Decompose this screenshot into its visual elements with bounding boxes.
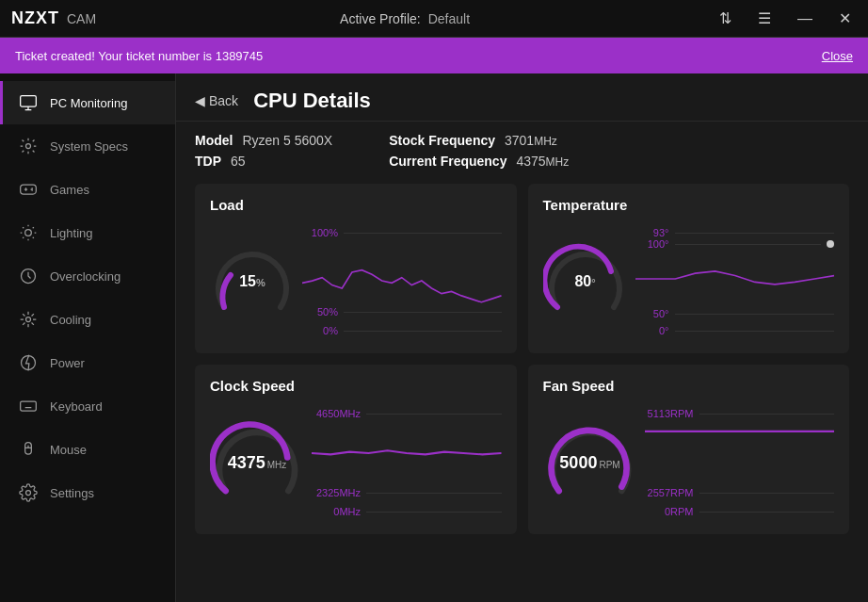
sidebar-item-settings[interactable]: Settings bbox=[0, 471, 175, 514]
load-chart: 100% 50% bbox=[302, 225, 502, 338]
current-freq-label: Current Frequency bbox=[389, 154, 506, 169]
sidebar-item-pc-monitoring[interactable]: PC Monitoring bbox=[0, 81, 175, 124]
sidebar: PC Monitoring System Specs Games bbox=[0, 73, 176, 602]
back-label: Back bbox=[209, 93, 238, 108]
model-label: Model bbox=[195, 133, 233, 148]
title-bar-controls: ⇅ ☰ — ✕ bbox=[714, 6, 857, 31]
swap-button[interactable]: ⇅ bbox=[714, 6, 737, 31]
load-pct-0: 0% bbox=[302, 325, 338, 336]
model-value: Ryzen 5 5600X bbox=[242, 133, 332, 148]
sidebar-item-keyboard[interactable]: Keyboard bbox=[0, 384, 175, 428]
menu-button[interactable]: ☰ bbox=[752, 6, 777, 31]
tdp-value: 65 bbox=[231, 154, 246, 169]
temp-100: 100° bbox=[635, 238, 669, 250]
fan-label-0: 0RPM bbox=[645, 506, 835, 517]
sidebar-item-mouse[interactable]: Mouse bbox=[0, 428, 175, 471]
clock-0: 0MHz bbox=[312, 506, 361, 517]
sidebar-item-lighting[interactable]: Lighting bbox=[0, 211, 175, 254]
sidebar-label-pc-monitoring: PC Monitoring bbox=[50, 96, 127, 110]
stock-freq-label: Stock Frequency bbox=[389, 133, 495, 148]
sidebar-item-overclocking[interactable]: Overclocking bbox=[0, 254, 175, 298]
overclocking-icon bbox=[18, 266, 39, 286]
fan-label-2557: 2557RPM bbox=[645, 487, 835, 498]
temp-dot-indicator bbox=[827, 240, 834, 248]
current-freq-value: 4375MHz bbox=[516, 154, 569, 169]
sidebar-label-settings: Settings bbox=[50, 486, 94, 500]
fan-label-5113: 5113RPM bbox=[645, 408, 835, 419]
current-freq-info: Current Frequency 4375MHz bbox=[389, 154, 569, 169]
fan-2557: 2557RPM bbox=[645, 487, 694, 498]
cam-label: CAM bbox=[67, 11, 96, 26]
temp-value: 80° bbox=[574, 273, 595, 290]
load-card: Load 15% bbox=[195, 184, 517, 353]
clock-chart-svg-area bbox=[312, 421, 502, 485]
content-area: ◀ Back CPU Details Model Ryzen 5 5600X T… bbox=[176, 73, 868, 602]
temp-card-title: Temperature bbox=[543, 197, 835, 213]
notification-close-button[interactable]: Close bbox=[822, 49, 853, 63]
fan-speed-card: Fan Speed 5000RPM 51 bbox=[528, 365, 850, 534]
svg-rect-2 bbox=[21, 185, 37, 194]
sidebar-label-system-specs: System Specs bbox=[50, 139, 128, 154]
cards-grid: Load 15% bbox=[176, 176, 868, 542]
sidebar-item-games[interactable]: Games bbox=[0, 168, 175, 211]
back-chevron: ◀ bbox=[195, 93, 205, 108]
clock-gauge-area: 4375MHz 4650MHz bbox=[210, 401, 502, 524]
notification-bar: Ticket created! Your ticket number is 13… bbox=[0, 38, 868, 73]
info-group-right: Stock Frequency 3701MHz Current Frequenc… bbox=[389, 133, 569, 169]
temp-label-0: 0° bbox=[635, 325, 835, 336]
sidebar-item-system-specs[interactable]: System Specs bbox=[0, 124, 175, 168]
clock-4650: 4650MHz bbox=[312, 408, 361, 419]
sidebar-item-cooling[interactable]: Cooling bbox=[0, 298, 175, 341]
fan-chart: 5113RPM 2557RPM bbox=[645, 406, 835, 519]
clock-value: 4375MHz bbox=[228, 453, 287, 473]
clock-label-2325: 2325MHz bbox=[312, 487, 502, 498]
fan-gauge: 5000RPM bbox=[543, 415, 637, 510]
back-button[interactable]: ◀ Back bbox=[195, 93, 238, 108]
svg-point-9 bbox=[26, 491, 31, 496]
temp-chart-svg-area bbox=[635, 252, 835, 306]
temp-chart: 93° 100° bbox=[635, 225, 835, 338]
clock-card-title: Clock Speed bbox=[210, 378, 502, 394]
power-icon bbox=[18, 352, 39, 373]
cooling-icon bbox=[18, 309, 39, 330]
close-button[interactable]: ✕ bbox=[833, 6, 857, 31]
load-gauge: 15% bbox=[210, 239, 295, 324]
sidebar-label-overclocking: Overclocking bbox=[50, 269, 121, 284]
fan-card-title: Fan Speed bbox=[543, 378, 835, 394]
load-label-0: 0% bbox=[302, 325, 502, 336]
temp-label-100: 100° bbox=[635, 238, 835, 250]
stock-freq-info: Stock Frequency 3701MHz bbox=[389, 133, 569, 148]
load-chart-svg-area bbox=[302, 240, 502, 304]
temp-0: 0° bbox=[635, 325, 669, 336]
minimize-button[interactable]: — bbox=[792, 7, 818, 31]
active-profile-label: Active Profile: bbox=[340, 11, 421, 26]
sidebar-item-power[interactable]: Power bbox=[0, 341, 175, 384]
svg-point-5 bbox=[26, 317, 31, 322]
temp-gauge: 80° bbox=[543, 239, 628, 324]
model-info: Model Ryzen 5 5600X bbox=[195, 133, 332, 148]
games-icon bbox=[18, 179, 39, 200]
notification-text: Ticket created! Your ticket number is 13… bbox=[15, 49, 263, 63]
temperature-card: Temperature 80° 93° bbox=[528, 184, 850, 353]
fan-gauge-area: 5000RPM 5113RPM bbox=[543, 401, 835, 524]
load-pct-100: 100% bbox=[302, 227, 338, 238]
info-row: Model Ryzen 5 5600X TDP 65 Stock Frequen… bbox=[176, 122, 868, 176]
load-card-title: Load bbox=[210, 197, 502, 213]
clock-chart: 4650MHz 2325MHz bbox=[312, 406, 502, 519]
fan-0: 0RPM bbox=[645, 506, 694, 517]
keyboard-icon bbox=[18, 396, 39, 416]
fan-5113: 5113RPM bbox=[645, 408, 694, 419]
active-profile-value: Default bbox=[428, 11, 470, 26]
load-pct-50: 50% bbox=[302, 306, 338, 317]
nzxt-logo: NZXT bbox=[11, 8, 59, 28]
load-gauge-area: 15% 100% 5 bbox=[210, 220, 502, 343]
page-title: CPU Details bbox=[253, 89, 371, 113]
clock-gauge: 4375MHz bbox=[210, 415, 304, 510]
fan-chart-svg-area bbox=[645, 421, 835, 485]
stock-freq-value: 3701MHz bbox=[505, 133, 557, 148]
settings-icon bbox=[18, 482, 39, 503]
specs-icon bbox=[18, 136, 39, 156]
temp-label-50: 50° bbox=[635, 308, 835, 319]
title-bar-profile: Active Profile: Default bbox=[340, 11, 470, 26]
main-layout: PC Monitoring System Specs Games bbox=[0, 73, 868, 602]
